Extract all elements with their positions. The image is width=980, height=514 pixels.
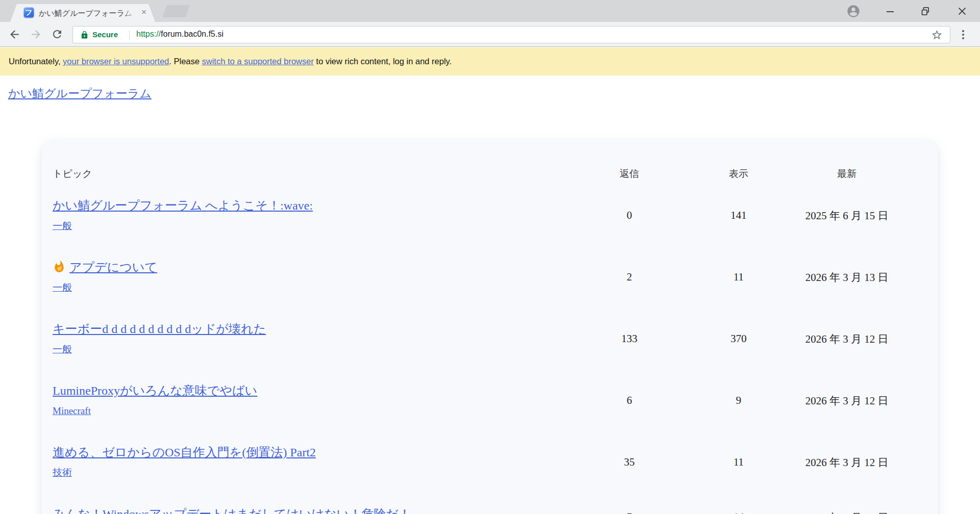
views-count: 11	[680, 246, 797, 308]
topic-category-link[interactable]: 一般	[53, 282, 72, 293]
site-favicon-icon: フ	[23, 7, 34, 18]
back-button[interactable]	[8, 28, 21, 41]
url-text: https://forum.bac0n.f5.si	[136, 30, 224, 39]
latest-date: 2026 年 3 月 13 日	[797, 246, 897, 308]
table-header-row: トピック 返信 表示 最新	[53, 139, 897, 185]
column-header-latest: 最新	[797, 139, 897, 185]
new-tab-button[interactable]	[162, 5, 190, 17]
three-dots-icon	[957, 28, 970, 41]
topic-title-link[interactable]: かい鯖グループフォーラム へようこそ！:wave:	[53, 199, 313, 212]
topic-title-link[interactable]: LumineProxyがいろんな意味でやばい	[53, 384, 257, 397]
reload-icon	[51, 28, 63, 40]
unsupported-browser-banner: Unfortunately, your browser is unsupport…	[0, 47, 980, 75]
url-scheme: https://	[136, 30, 161, 38]
minimize-icon	[885, 6, 896, 17]
omnibox-divider	[129, 30, 130, 40]
views-count: 11	[680, 431, 797, 493]
tab-title: かい鯖グループフォーラム - よ	[39, 8, 136, 18]
topic-row: キーボーd d d d d d d d d dッドが壊れた 一般 133 370…	[53, 308, 897, 370]
views-count: 14	[680, 493, 797, 514]
topic-row: みんな！Windowsアップデートはまだしてはいけない！危険だ！ 7 14 20…	[53, 493, 897, 514]
column-header-views: 表示	[680, 139, 797, 185]
profile-button[interactable]	[845, 0, 862, 22]
topic-category-link[interactable]: 一般	[53, 220, 72, 231]
forward-icon	[30, 28, 42, 41]
topic-row: アプデについて 一般 2 11 2026 年 3 月 13 日	[53, 246, 897, 308]
window-close-icon	[957, 6, 968, 17]
latest-date: 2026 年 3 月 12 日	[797, 370, 897, 431]
topic-title-link[interactable]: アプデについて	[53, 261, 157, 274]
fire-emoji-icon	[53, 260, 66, 273]
back-icon	[8, 28, 21, 41]
bookmark-star-icon[interactable]	[931, 29, 943, 41]
latest-date: 2025 年 6 月 15 日	[797, 185, 897, 246]
topic-title-link[interactable]: キーボーd d d d d d d d d dッドが壊れた	[53, 322, 266, 336]
latest-date: 2026 年 3 月 12 日	[797, 308, 897, 370]
topic-title-link[interactable]: 進める、ゼロからのOS自作入門を(倒置法) Part2	[53, 446, 316, 459]
topic-title-link[interactable]: みんな！Windowsアップデートはまだしてはいけない！危険だ！	[53, 507, 411, 514]
window-close-button[interactable]	[953, 0, 971, 22]
banner-text: Unfortunately, your browser is unsupport…	[9, 57, 452, 66]
topic-title-text: アプデについて	[69, 261, 157, 274]
replies-count: 2	[578, 246, 680, 308]
profile-icon	[846, 4, 861, 18]
banner-middle: . Please	[169, 57, 202, 66]
forum-home-link[interactable]: かい鯖グループフォーラム	[8, 86, 152, 101]
banner-link-browser-unsupported[interactable]: your browser is unsupported	[63, 57, 169, 66]
address-bar[interactable]: Secure https://forum.bac0n.f5.si	[72, 26, 950, 43]
forward-button[interactable]	[30, 28, 43, 41]
replies-count: 0	[578, 185, 680, 246]
banner-suffix: to view rich content, log in and reply.	[314, 57, 452, 66]
topic-row: 進める、ゼロからのOS自作入門を(倒置法) Part2 技術 35 11 202…	[53, 431, 897, 493]
security-label: Secure	[92, 30, 118, 39]
banner-link-switch-browser[interactable]: switch to a supported browser	[202, 57, 314, 66]
latest-date: 2026 年 3 月 12 日	[797, 493, 897, 514]
reload-button[interactable]	[51, 28, 64, 41]
topic-row: LumineProxyがいろんな意味でやばい Minecraft 6 9 202…	[53, 370, 897, 431]
topic-category-link[interactable]: Minecraft	[53, 405, 91, 416]
banner-prefix: Unfortunately,	[9, 57, 63, 66]
topic-row: かい鯖グループフォーラム へようこそ！:wave: 一般 0 141 2025 …	[53, 185, 897, 246]
topics-card: トピック 返信 表示 最新 かい鯖グループフォーラム へようこそ！:wave: …	[41, 139, 938, 514]
column-header-replies: 返信	[578, 139, 680, 185]
minimize-button[interactable]	[882, 0, 898, 22]
replies-count: 6	[578, 370, 680, 431]
topic-category-link[interactable]: 一般	[53, 344, 72, 354]
replies-count: 35	[578, 431, 680, 493]
latest-date: 2026 年 3 月 12 日	[797, 431, 897, 493]
topics-table: トピック 返信 表示 最新 かい鯖グループフォーラム へようこそ！:wave: …	[53, 139, 897, 514]
tab-close-icon[interactable]: ×	[139, 7, 149, 17]
views-count: 370	[680, 308, 797, 370]
restore-icon	[920, 6, 931, 17]
url-host: forum.bac0n.f5.si	[161, 30, 224, 38]
navigation-toolbar: Secure https://forum.bac0n.f5.si	[0, 22, 980, 47]
views-count: 9	[680, 370, 797, 431]
browser-menu-button[interactable]	[957, 28, 970, 41]
tab-strip: フ かい鯖グループフォーラム - よ ×	[0, 0, 980, 22]
replies-count: 7	[578, 493, 680, 514]
topic-category-link[interactable]: 技術	[53, 467, 72, 478]
secure-lock-icon	[80, 31, 89, 39]
restore-button[interactable]	[917, 0, 934, 22]
column-header-topic: トピック	[53, 139, 578, 185]
replies-count: 133	[578, 308, 680, 370]
views-count: 141	[680, 185, 797, 246]
